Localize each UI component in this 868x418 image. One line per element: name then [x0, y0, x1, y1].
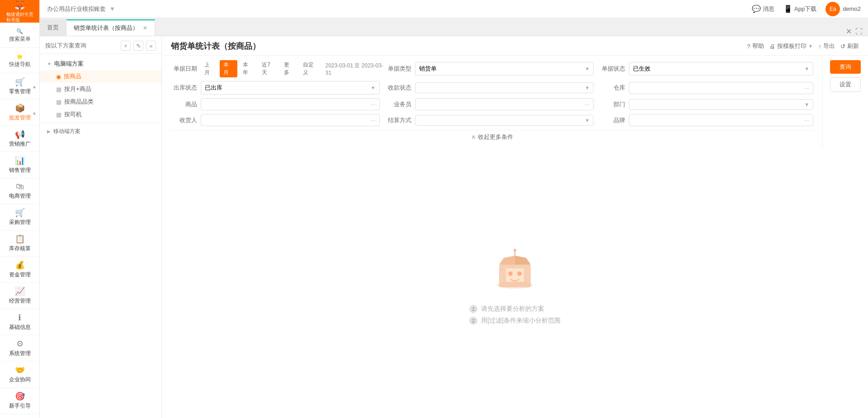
sidebar-item-stock[interactable]: 📋 库存核算: [0, 230, 39, 256]
tab-bar: 首页 销货单统计表（按商品） ✕ ✕ ⛶: [40, 18, 868, 36]
tab-home-label: 首页: [47, 24, 59, 32]
operation-icon: 📈: [15, 286, 25, 296]
filter-recipient-cell: 收货人 ···: [171, 114, 385, 126]
purchase-label: 采购管理: [9, 218, 31, 226]
sidebar-item-operation[interactable]: 📈 经营管理: [0, 283, 39, 309]
sidebar-item-app-center[interactable]: 📱 应用中心: [0, 414, 39, 418]
collapse-bar[interactable]: ∧ 收起更多条件: [171, 130, 813, 144]
pc-section-arrow: ▼: [47, 62, 52, 66]
doc-type-select[interactable]: 销货单 ▼: [415, 62, 594, 76]
salesperson-dots: ···: [585, 101, 590, 108]
help-label: 帮助: [752, 42, 764, 50]
empty-illustration: [488, 242, 542, 298]
settlement-select[interactable]: ▼: [415, 115, 594, 126]
sidebar-item-newbie[interactable]: 🎯 新手引导: [0, 388, 39, 414]
svg-point-8: [514, 249, 516, 252]
print-arrow-icon: ▼: [808, 43, 813, 49]
app-download-button[interactable]: 📱 App下载: [783, 5, 816, 13]
edit-scheme-button[interactable]: ✎: [133, 41, 143, 51]
tab-home[interactable]: 首页: [40, 19, 66, 36]
tree-item-by-month-product[interactable]: ▦ 按月+商品: [40, 83, 161, 95]
stock-icon: 📋: [15, 234, 25, 244]
sidebar-item-basic[interactable]: ℹ 基础信息: [0, 309, 39, 335]
svg-marker-2: [499, 256, 515, 265]
sidebar: 🦊 畅捷通好生意 标准版 🔍 搜索菜单 ⭐ 快捷导航 🛒 零售管理 ▲ 📦 批发…: [0, 0, 40, 418]
add-scheme-button[interactable]: +: [121, 41, 131, 51]
download-icon: 📱: [783, 5, 793, 13]
filter-date-cell: 单据日期 上月 本月 本年 近7天 更多 自定义 2023-03-01 至 20…: [171, 60, 385, 77]
product-input[interactable]: ···: [201, 98, 380, 110]
export-button[interactable]: ↑ 导出: [819, 42, 835, 50]
salesperson-input[interactable]: ···: [415, 98, 594, 110]
empty-tips: 1 请先选择要分析的方案 2 用[过滤]条件来缩小分析范围: [469, 305, 561, 325]
close-window-icon[interactable]: ✕: [846, 27, 852, 36]
filter-wrapper: 单据日期 上月 本月 本年 近7天 更多 自定义 2023-03-01 至 20…: [162, 56, 868, 148]
sidebar-item-purchase[interactable]: 🛒 采购管理: [0, 204, 39, 230]
retail-label: 零售管理: [9, 88, 31, 95]
out-status-value: 已出库: [205, 84, 371, 92]
help-button[interactable]: ? 帮助: [747, 42, 764, 50]
sidebar-item-ecommerce[interactable]: 🛍 电商管理: [0, 178, 39, 204]
sidebar-item-wholesale[interactable]: 📦 批发管理 ▲: [0, 100, 39, 126]
user-menu[interactable]: Ea demo2: [826, 2, 861, 16]
doc-status-label: 单据状态: [599, 65, 629, 73]
warehouse-input[interactable]: ···: [629, 82, 813, 94]
tab-last-7[interactable]: 近7天: [258, 60, 278, 77]
tree-item-by-product[interactable]: ◉ 按商品: [40, 70, 161, 83]
wholesale-icon: 📦: [15, 103, 25, 113]
collapse-panel-button[interactable]: «: [146, 41, 156, 51]
recipient-input[interactable]: ···: [201, 114, 380, 126]
query-button[interactable]: 查询: [830, 60, 861, 74]
sidebar-quick-nav-section[interactable]: ⭐ 快捷导航: [0, 48, 39, 73]
tree-mobile-section[interactable]: ▶ 移动端方案: [40, 125, 161, 138]
sidebar-item-marketing[interactable]: 📢 营销推广: [0, 126, 39, 152]
tab-more[interactable]: 更多: [280, 60, 297, 77]
sidebar-item-finance[interactable]: 💰 资金管理: [0, 256, 39, 283]
settlement-label: 结算方式: [385, 116, 415, 124]
filter-doc-type-cell: 单据类型 销货单 ▼: [385, 62, 599, 76]
filter-product-cell: 商品 ···: [171, 98, 385, 110]
finance-label: 资金管理: [9, 271, 31, 279]
tab-close-icon[interactable]: ✕: [143, 25, 147, 31]
sidebar-item-system[interactable]: ⚙ 系统管理: [0, 335, 39, 361]
dept-select[interactable]: ▼: [629, 99, 813, 110]
tree-item-by-printer[interactable]: ▦ 按司机: [40, 108, 161, 121]
dept-label: 部门: [599, 100, 629, 109]
expand-window-icon[interactable]: ⛶: [855, 28, 863, 36]
filter-controls: 单据日期 上月 本月 本年 近7天 更多 自定义 2023-03-01 至 20…: [162, 56, 822, 148]
payment-label: 收款状态: [385, 84, 415, 92]
logo-text: 畅捷通好生意 标准版: [6, 12, 33, 23]
by-printer-icon: ▦: [56, 111, 61, 118]
filter-row-2: 出库状态 已出库 ▼ 收款状态 ▼: [171, 81, 813, 95]
payment-select[interactable]: ▼: [415, 82, 594, 93]
retail-icon: 🛒: [15, 77, 25, 87]
settings-button[interactable]: 设置: [830, 77, 861, 92]
left-panel: 按以下方案查询 + ✎ « ▼ 电脑端方案: [40, 36, 162, 418]
basic-icon: ℹ: [18, 313, 21, 323]
sidebar-item-sales[interactable]: 📊 销售管理: [0, 152, 39, 178]
tab-custom[interactable]: 自定义: [299, 60, 322, 77]
tree-item-by-category[interactable]: ▦ 按商品品类: [40, 95, 161, 108]
message-button[interactable]: 💬 消息: [752, 5, 774, 13]
refresh-button[interactable]: ↺ 刷新: [840, 42, 859, 50]
purchase-icon: 🛒: [15, 208, 25, 218]
brand-input[interactable]: ···: [629, 114, 813, 126]
print-icon: 🖨: [769, 43, 775, 50]
page-header: 销货单统计表（按商品） ? 帮助 🖨 按模板打印 ▼ ↑ 导出: [162, 36, 868, 56]
tab-this-year[interactable]: 本年: [239, 60, 256, 77]
tab-this-month[interactable]: 本月: [220, 60, 237, 77]
sidebar-item-enterprise[interactable]: 🤝 企业协同: [0, 361, 39, 388]
sidebar-search-section[interactable]: 🔍 搜索菜单: [0, 23, 39, 48]
breadcrumb-arrow-icon[interactable]: ▼: [109, 5, 115, 12]
system-icon: ⚙: [16, 339, 24, 349]
out-status-select[interactable]: 已出库 ▼: [201, 81, 380, 95]
sidebar-item-retail[interactable]: 🛒 零售管理 ▲: [0, 73, 39, 100]
tree-pc-section[interactable]: ▼ 电脑端方案: [40, 57, 161, 70]
main-area: 办公用品行业模拟账套 ▼ 💬 消息 📱 App下载 Ea demo2 首页: [40, 0, 868, 418]
tab-sales-stat[interactable]: 销货单统计表（按商品） ✕: [66, 19, 155, 36]
tab-last-month[interactable]: 上月: [201, 60, 218, 77]
empty-tip-2: 2 用[过滤]条件来缩小分析范围: [469, 317, 561, 325]
print-button[interactable]: 🖨 按模板打印 ▼: [769, 42, 813, 50]
doc-status-select[interactable]: 已生效 ▼: [629, 62, 813, 76]
doc-status-value: 已生效: [633, 65, 804, 73]
